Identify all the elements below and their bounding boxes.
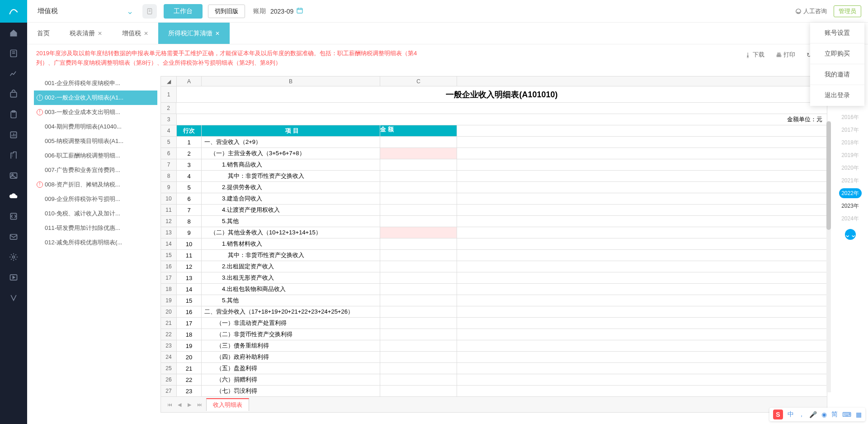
ime-grid-icon[interactable]: ▦: [856, 411, 862, 418]
vertical-scrollbar[interactable]: [826, 121, 831, 392]
cell-item[interactable]: 3.建造合同收入: [202, 193, 380, 204]
row-header[interactable]: 24: [161, 352, 177, 362]
user-menu-item[interactable]: 我的邀请: [810, 64, 864, 85]
user-menu-item[interactable]: 立即购买: [810, 43, 864, 64]
cell-amount[interactable]: [380, 352, 457, 362]
ime-toolbar[interactable]: S 中 ， 🎤 ◉ 简 ⌨ ▦: [769, 408, 865, 421]
cell-rownum[interactable]: 4: [177, 171, 202, 181]
form-list-item[interactable]: 012-减免所得税优惠明细表(...: [34, 235, 157, 250]
cell-item[interactable]: （二）非货币性资产交换利得: [202, 329, 380, 340]
close-icon[interactable]: ✕: [144, 30, 148, 37]
row-header[interactable]: 15: [161, 250, 177, 261]
cell-amount[interactable]: [380, 374, 457, 385]
cell-item[interactable]: （一）主营业务收入（3+5+6+7+8）: [202, 148, 380, 159]
row-header[interactable]: 27: [161, 386, 177, 396]
form-list-item[interactable]: 001-企业所得税年度纳税申...: [34, 76, 157, 91]
cell-amount[interactable]: [380, 182, 457, 193]
year-chip[interactable]: 2024年: [839, 214, 862, 224]
year-chip[interactable]: 2022年: [839, 188, 862, 198]
cell-rownum[interactable]: 20: [177, 352, 202, 362]
form-list-item[interactable]: !003-一般企业成本支出明细...: [34, 105, 157, 119]
cell-amount[interactable]: [380, 148, 457, 159]
cell-amount[interactable]: [380, 193, 457, 204]
year-chip[interactable]: 2017年: [839, 125, 862, 135]
cell-amount[interactable]: [380, 329, 457, 340]
tab[interactable]: 税表清册✕: [60, 23, 112, 44]
nav-settings-icon[interactable]: [0, 247, 27, 267]
cell-item[interactable]: 4.出租包装物和商品收入: [202, 284, 380, 295]
cell-item[interactable]: 1.销售商品收入: [202, 159, 380, 170]
form-list-item[interactable]: 006-职工薪酬纳税调整明细...: [34, 148, 157, 163]
cell-amount[interactable]: [380, 205, 457, 215]
form-list-item[interactable]: 009-企业所得税弥补亏损明...: [34, 192, 157, 206]
form-list-item[interactable]: 010-免税、减计收入及加计...: [34, 206, 157, 221]
cell-rownum[interactable]: 8: [177, 216, 202, 227]
cell-item[interactable]: 5.其他: [202, 216, 380, 227]
col-header-a[interactable]: A: [177, 76, 202, 86]
nav-image-icon[interactable]: [0, 165, 27, 186]
cell-amount[interactable]: [380, 272, 457, 283]
row-header[interactable]: 1: [161, 86, 177, 102]
ime-mic-icon[interactable]: 🎤: [809, 411, 817, 418]
cell-rownum[interactable]: 3: [177, 159, 202, 170]
sheet-nav-first[interactable]: ⏮: [165, 400, 175, 410]
cell-rownum[interactable]: 10: [177, 238, 202, 249]
row-header[interactable]: 13: [161, 227, 177, 238]
row-header[interactable]: 21: [161, 318, 177, 329]
cell-item[interactable]: （一）非流动资产处置利得: [202, 318, 380, 329]
cell-rownum[interactable]: 6: [177, 193, 202, 204]
row-header[interactable]: 11: [161, 205, 177, 215]
cell-item[interactable]: （五）盘盈利得: [202, 363, 380, 374]
nav-v-icon[interactable]: [0, 287, 27, 308]
sheet-tab[interactable]: 收入明细表: [206, 398, 249, 411]
print-button[interactable]: 🖶 打印: [776, 51, 795, 59]
cell-item[interactable]: 4.让渡资产使用权收入: [202, 205, 380, 215]
row-header[interactable]: 3: [161, 114, 177, 125]
switch-old-button[interactable]: 切到旧版: [208, 5, 245, 18]
cell-rownum[interactable]: 5: [177, 182, 202, 193]
cell-item[interactable]: （三）债务重组利得: [202, 340, 380, 351]
ime-keyboard-icon[interactable]: ⌨: [842, 411, 851, 418]
cell-rownum[interactable]: 13: [177, 272, 202, 283]
cell-amount[interactable]: [380, 295, 457, 306]
cell-rownum[interactable]: 14: [177, 284, 202, 295]
tab[interactable]: 所得税汇算清缴✕: [158, 23, 230, 44]
calendar-icon[interactable]: [296, 7, 303, 16]
row-header[interactable]: 5: [161, 137, 177, 148]
close-icon[interactable]: ✕: [215, 30, 220, 37]
cell-item[interactable]: 1.销售材料收入: [202, 238, 380, 249]
cell-rownum[interactable]: 1: [177, 137, 202, 148]
row-header[interactable]: 17: [161, 272, 177, 283]
cell-amount[interactable]: [380, 363, 457, 374]
row-header[interactable]: 19: [161, 295, 177, 306]
cell-rownum[interactable]: 19: [177, 340, 202, 351]
sheet-nav-prev[interactable]: ◀: [175, 400, 184, 410]
cell-rownum[interactable]: 18: [177, 329, 202, 340]
cell-rownum[interactable]: 15: [177, 295, 202, 306]
row-header[interactable]: 26: [161, 374, 177, 385]
year-chip[interactable]: 2018年: [839, 138, 862, 148]
row-header[interactable]: 8: [161, 171, 177, 181]
cell-item[interactable]: （六）捐赠利得: [202, 374, 380, 385]
cell-rownum[interactable]: 17: [177, 318, 202, 329]
year-chip[interactable]: 2016年: [839, 112, 862, 122]
app-logo[interactable]: [0, 0, 27, 23]
cell-rownum[interactable]: 12: [177, 261, 202, 272]
row-header[interactable]: 12: [161, 216, 177, 227]
cell-item[interactable]: 其中：非货币性资产交换收入: [202, 250, 380, 261]
cell-item[interactable]: （二）其他业务收入（10+12+13+14+15）: [202, 227, 380, 238]
user-menu-item[interactable]: 账号设置: [810, 23, 864, 43]
cell-amount[interactable]: [380, 216, 457, 227]
col-header-c[interactable]: C: [380, 76, 457, 86]
row-header[interactable]: 6: [161, 148, 177, 159]
nav-cloud-icon[interactable]: [0, 186, 27, 206]
sheet-nav-last[interactable]: ⏭: [194, 400, 204, 410]
cell-amount[interactable]: [380, 159, 457, 170]
cell-amount[interactable]: [380, 318, 457, 329]
row-header[interactable]: 7: [161, 159, 177, 170]
row-header[interactable]: 14: [161, 238, 177, 249]
cell-amount[interactable]: [380, 227, 457, 238]
cell-rownum[interactable]: 23: [177, 386, 202, 396]
nav-clipboard-icon[interactable]: [0, 104, 27, 124]
cell-rownum[interactable]: 11: [177, 250, 202, 261]
